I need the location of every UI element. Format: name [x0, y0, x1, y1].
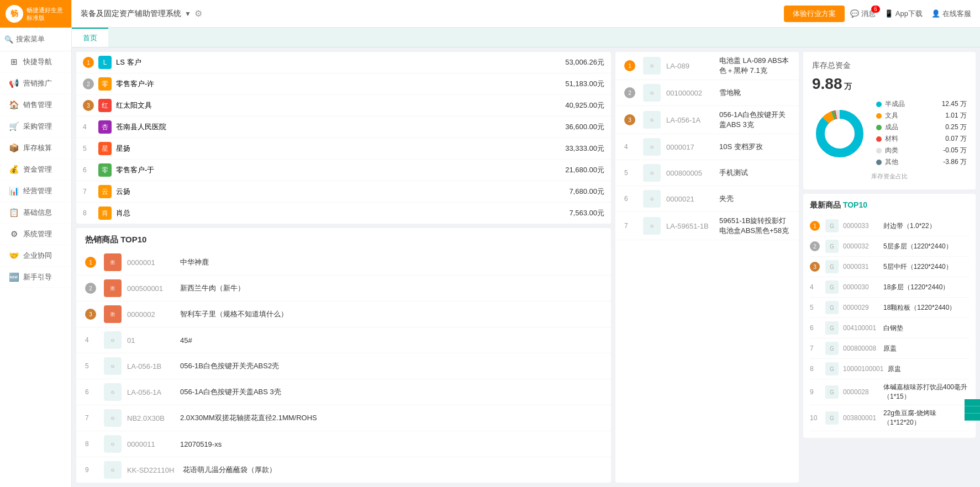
product-rank-number: 5	[85, 362, 89, 370]
sidebar-item-guide[interactable]: 🆕 新手引导	[0, 267, 71, 288]
content-right: 库存总资金 9.88 万	[803, 47, 980, 487]
trial-button[interactable]: 体验行业方案	[784, 6, 845, 22]
sales-rank-cell: 7	[624, 222, 637, 230]
product-rank-cell: 2	[85, 283, 98, 294]
service-icon: 👤	[931, 9, 940, 18]
product-code: NB2.0X30B	[127, 414, 171, 422]
legend-value: 0.07 万	[945, 134, 967, 144]
donut-chart	[812, 106, 867, 163]
inventory-total: 9.88 万	[812, 75, 967, 93]
customer-icon: L	[98, 56, 112, 69]
latest-code: 0000032	[843, 242, 879, 250]
sidebar-item-system[interactable]: ⚙ 系统管理	[0, 224, 71, 245]
search-menu-button[interactable]: 🔍 搜索菜单	[4, 32, 67, 46]
customer-row: 5 星 星扬 33,333.00元	[76, 138, 611, 160]
sidebar-item-label: 企业协同	[23, 251, 52, 261]
latest-product-row: 7 G 000800008 原盖	[810, 338, 969, 359]
sales-icon: 🏠	[9, 100, 19, 110]
system-dropdown-button[interactable]: ▼	[185, 10, 191, 18]
sidebar-item-label: 销售管理	[23, 100, 52, 110]
message-button[interactable]: 💬 消息 6	[850, 9, 876, 19]
latest-rank-number: 8	[810, 365, 814, 373]
latest-thumb: G	[825, 385, 839, 399]
latest-code: 0000028	[843, 388, 879, 396]
tab-home[interactable]: 首页	[72, 28, 108, 47]
legend-value: -3.86 万	[943, 157, 967, 167]
inventory-title: 库存总资金	[812, 61, 967, 71]
rank-cell: 7	[83, 188, 98, 195]
app-download-button[interactable]: 📱 App下载	[884, 9, 923, 19]
latest-product-row: 8 G 10000100001 原盅	[810, 359, 969, 379]
app-icon: 📱	[884, 9, 893, 18]
topbar-right: 💬 消息 6 📱 App下载 👤 在线客服	[850, 9, 971, 19]
latest-rank-badge: 2	[810, 241, 820, 251]
sidebar-item-operation[interactable]: 📊 经营管理	[0, 181, 71, 202]
product-thumb: 图	[104, 279, 122, 297]
sales-products-panel: 1 G LA-089 电池盖 LA-089 ABS本色＋黑种 7.1克 2 G …	[615, 52, 799, 483]
sales-rank-cell: 6	[624, 195, 637, 203]
inventory-unit: 万	[844, 82, 852, 91]
latest-product-row: 10 G 003800001 22g鱼豆腐-烧烤味（1*12*20）	[810, 405, 969, 431]
product-name: 056-1A白色按键开关盖ABS 3壳	[180, 387, 602, 397]
legend-value: 0.25 万	[945, 123, 967, 132]
svg-point-5	[826, 120, 853, 147]
latest-thumb: G	[825, 219, 839, 232]
sales-products-list: 1 G LA-089 电池盖 LA-089 ABS本色＋黑种 7.1克 2 G …	[615, 52, 799, 240]
sidebar-item-basic[interactable]: 📋 基础信息	[0, 202, 71, 224]
sidebar-item-marketing[interactable]: 📢 营销推广	[0, 73, 71, 94]
legend-label: 其他	[885, 157, 940, 167]
sidebar-item-shortcut[interactable]: ⊞ 快捷导航	[0, 51, 71, 73]
float-button[interactable]: 客服热线	[965, 399, 980, 406]
latest-top10-label: TOP10	[843, 200, 867, 209]
sidebar-item-finance[interactable]: 💰 资金管理	[0, 159, 71, 181]
sales-rank-badge: 1	[624, 60, 635, 71]
product-name: 新西兰牛肉（新牛）	[180, 283, 602, 293]
sales-product-row: 4 G 0000017 10S 变档罗孜	[615, 134, 799, 160]
collab-icon: 🤝	[9, 251, 19, 261]
legend-label: 半成品	[885, 99, 939, 109]
settings-button[interactable]: ⚙	[194, 8, 202, 19]
sidebar-item-inventory[interactable]: 📦 库存核算	[0, 137, 71, 159]
legend-dot	[876, 160, 882, 165]
product-rank-number: 4	[85, 336, 89, 344]
product-rank-badge: 2	[85, 283, 96, 294]
sales-product-row: 3 G LA-056-1A 056-1A白色按键开关盖ABS 3克	[615, 106, 799, 134]
rank-badge: 2	[83, 78, 94, 89]
topbar-system: 装备及固定资产辅助管理系统 ▼ ⚙	[81, 8, 778, 19]
product-thumb: 图	[104, 253, 122, 271]
customer-icon: 云	[98, 185, 112, 198]
sales-rank-cell: 1	[624, 60, 637, 71]
sales-product-row: 1 G LA-089 电池盖 LA-089 ABS本色＋黑种 7.1克	[615, 52, 799, 80]
float-button[interactable]: 服务社区	[965, 406, 980, 414]
customer-name: 红太阳文具	[116, 100, 565, 110]
product-thumb: G	[104, 357, 122, 375]
sidebar-item-collab[interactable]: 🤝 企业协同	[0, 245, 71, 267]
sales-rank-number: 7	[624, 222, 628, 230]
online-service-button[interactable]: 👤 在线客服	[931, 9, 971, 19]
hot-product-row: 1 图 0000001 中华神鹿	[76, 250, 611, 276]
latest-product-row: 2 G 0000032 5层多层（1220*2440）	[810, 236, 969, 257]
sidebar-item-sales[interactable]: 🏠 销售管理	[0, 94, 71, 116]
logo-icon: 畅	[6, 5, 23, 23]
sidebar-item-purchase[interactable]: 🛒 采购管理	[0, 116, 71, 137]
product-rank-number: 6	[85, 388, 89, 396]
customer-name: 星扬	[116, 144, 565, 153]
inventory-amount: 9.88	[812, 75, 842, 92]
legend-label: 肉类	[885, 146, 940, 155]
sidebar-item-label: 营销推广	[23, 78, 52, 88]
sales-product-row: 5 G 000800005 手机测试	[615, 160, 799, 186]
product-thumb: G	[104, 435, 122, 453]
product-code: 0000001	[127, 258, 171, 267]
basic-icon: 📋	[9, 208, 19, 218]
customer-row: 7 云 云扬 7,680.00元	[76, 181, 611, 203]
customer-name: 苍南县人民医院	[116, 122, 565, 132]
customer-row: 2 零 零售客户-许 51,183.00元	[76, 73, 611, 95]
latest-rank-number: 5	[810, 304, 814, 311]
float-button[interactable]: 直播	[965, 414, 980, 421]
customer-amount: 40,925.00元	[565, 100, 604, 110]
customer-amount: 53,006.26元	[565, 57, 604, 67]
customer-row: 8 肖 肖总 7,563.00元	[76, 203, 611, 224]
legend-dot	[876, 136, 882, 142]
product-thumb: 图	[104, 305, 122, 323]
legend-list: 半成品 12.45 万 文具 1.01 万 成品 0.25 万 材料 0.07 …	[876, 99, 967, 169]
